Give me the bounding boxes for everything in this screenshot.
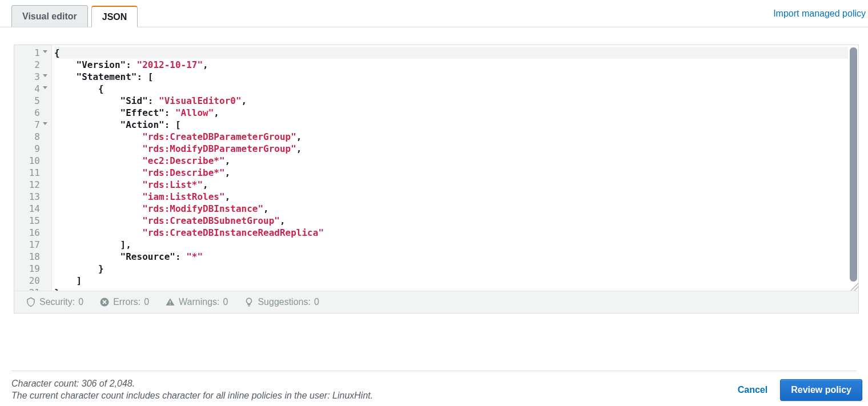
status-suggestions-label: Suggestions: bbox=[258, 297, 311, 307]
gutter-line: 13 bbox=[14, 191, 48, 203]
tabs: Visual editor JSON bbox=[11, 0, 141, 27]
char-count-note: The current character count includes cha… bbox=[11, 390, 373, 402]
gutter-line: 21 bbox=[14, 287, 48, 291]
status-security-count: 0 bbox=[78, 297, 83, 307]
editor-panel: 123456789101112131415161718192021 { "Ver… bbox=[14, 45, 859, 313]
editor-gutter: 123456789101112131415161718192021 bbox=[14, 45, 52, 291]
code-line[interactable]: "ec2:Describe*", bbox=[54, 155, 856, 167]
top-bar: Visual editor JSON Import managed policy bbox=[0, 0, 868, 27]
lightbulb-icon bbox=[244, 297, 254, 307]
gutter-line: 19 bbox=[14, 263, 48, 275]
code-line[interactable]: "Statement": [ bbox=[54, 71, 856, 83]
code-line[interactable]: ], bbox=[54, 239, 856, 251]
editor-scrollbar[interactable] bbox=[850, 47, 857, 282]
code-line[interactable]: } bbox=[54, 263, 856, 275]
code-line[interactable]: "Resource": "*" bbox=[54, 251, 856, 263]
gutter-line: 11 bbox=[14, 167, 48, 179]
code-line[interactable]: "rds:ModifyDBParameterGroup", bbox=[54, 143, 856, 155]
shield-icon bbox=[26, 297, 36, 307]
code-line[interactable]: "Sid": "VisualEditor0", bbox=[54, 95, 856, 107]
code-line[interactable]: "rds:CreateDBSubnetGroup", bbox=[54, 215, 856, 227]
footer: Character count: 306 of 2,048. The curre… bbox=[0, 371, 868, 402]
code-editor[interactable]: 123456789101112131415161718192021 { "Ver… bbox=[14, 45, 858, 291]
gutter-line: 8 bbox=[14, 131, 48, 143]
cancel-button[interactable]: Cancel bbox=[738, 385, 767, 395]
status-warnings[interactable]: Warnings: 0 bbox=[165, 297, 228, 307]
svg-rect-1 bbox=[170, 301, 171, 303]
import-managed-policy-link[interactable]: Import managed policy bbox=[773, 9, 868, 19]
editor-content[interactable]: { "Version": "2012-10-17", "Statement": … bbox=[52, 45, 858, 291]
gutter-line: 9 bbox=[14, 143, 48, 155]
char-count-line: Character count: 306 of 2,048. bbox=[11, 378, 373, 390]
status-warnings-count: 0 bbox=[223, 297, 228, 307]
code-line[interactable]: } bbox=[54, 287, 856, 291]
gutter-line: 15 bbox=[14, 215, 48, 227]
resize-handle-icon[interactable] bbox=[850, 283, 858, 291]
code-line[interactable]: "rds:List*", bbox=[54, 179, 856, 191]
gutter-line: 16 bbox=[14, 227, 48, 239]
status-security-label: Security: bbox=[39, 297, 75, 307]
fold-toggle-icon[interactable] bbox=[43, 50, 47, 53]
status-errors-count: 0 bbox=[144, 297, 149, 307]
status-errors[interactable]: Errors: 0 bbox=[99, 297, 149, 307]
svg-rect-2 bbox=[170, 304, 171, 305]
code-line[interactable]: "rds:Describe*", bbox=[54, 167, 856, 179]
status-errors-label: Errors: bbox=[113, 297, 140, 307]
gutter-line: 5 bbox=[14, 95, 48, 107]
code-line[interactable]: "Effect": "Allow", bbox=[54, 107, 856, 119]
status-warnings-label: Warnings: bbox=[179, 297, 219, 307]
gutter-line: 14 bbox=[14, 203, 48, 215]
gutter-line: 1 bbox=[14, 47, 48, 59]
warning-icon bbox=[165, 297, 175, 307]
tab-visual-editor[interactable]: Visual editor bbox=[11, 5, 88, 27]
gutter-line: 4 bbox=[14, 83, 48, 95]
code-line[interactable]: { bbox=[54, 47, 848, 59]
code-line[interactable]: "Version": "2012-10-17", bbox=[54, 59, 856, 71]
footer-actions: Cancel Review policy bbox=[738, 379, 862, 401]
gutter-line: 10 bbox=[14, 155, 48, 167]
gutter-line: 3 bbox=[14, 71, 48, 83]
code-line[interactable]: "rds:CreateDBParameterGroup", bbox=[54, 131, 856, 143]
gutter-line: 17 bbox=[14, 239, 48, 251]
fold-toggle-icon[interactable] bbox=[43, 86, 47, 89]
status-security[interactable]: Security: 0 bbox=[26, 297, 83, 307]
review-policy-button[interactable]: Review policy bbox=[780, 379, 862, 401]
code-line[interactable]: { bbox=[54, 83, 856, 95]
fold-toggle-icon[interactable] bbox=[43, 74, 47, 77]
gutter-line: 20 bbox=[14, 275, 48, 287]
tab-json[interactable]: JSON bbox=[91, 6, 138, 27]
code-line[interactable]: ] bbox=[54, 275, 856, 287]
status-bar: Security: 0 Errors: 0 Warnings: 0 Sugges… bbox=[14, 291, 858, 313]
error-icon bbox=[99, 297, 110, 307]
gutter-line: 7 bbox=[14, 119, 48, 131]
gutter-line: 12 bbox=[14, 179, 48, 191]
code-line[interactable]: "iam:ListRoles", bbox=[54, 191, 856, 203]
status-suggestions-count: 0 bbox=[314, 297, 319, 307]
char-count-info: Character count: 306 of 2,048. The curre… bbox=[11, 378, 373, 402]
gutter-line: 18 bbox=[14, 251, 48, 263]
status-suggestions[interactable]: Suggestions: 0 bbox=[244, 297, 319, 307]
fold-toggle-icon[interactable] bbox=[43, 122, 47, 125]
code-line[interactable]: "rds:CreateDBInstanceReadReplica" bbox=[54, 227, 856, 239]
code-line[interactable]: "rds:ModifyDBInstance", bbox=[54, 203, 856, 215]
code-line[interactable]: "Action": [ bbox=[54, 119, 856, 131]
gutter-line: 2 bbox=[14, 59, 48, 71]
gutter-line: 6 bbox=[14, 107, 48, 119]
